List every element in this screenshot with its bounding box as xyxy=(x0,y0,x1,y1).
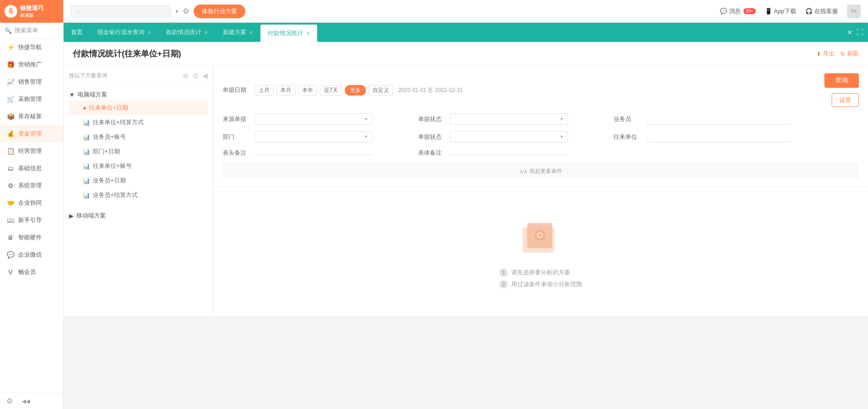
sidebar-item-sales[interactable]: 📈 销售管理 xyxy=(0,73,63,91)
sidebar-item-enterprise[interactable]: 🤝 企业协同 xyxy=(0,194,63,212)
date-this-year-btn[interactable]: 本年 xyxy=(298,85,317,96)
left-panel-title: 按以下方案查询 xyxy=(69,72,107,80)
tab-expand-btn[interactable]: ⛶ xyxy=(856,28,863,36)
sidebar-item-hardware[interactable]: 🖥 智能硬件 xyxy=(0,229,63,246)
sidebar-search[interactable]: 🔍 搜索菜单 xyxy=(0,23,63,39)
sidebar-item-capital[interactable]: 💰 资金管理 xyxy=(0,125,63,142)
address-text: ··· xyxy=(76,8,80,15)
scheme-item-label: 往来单位+账号 xyxy=(93,162,132,170)
scheme-item-staff-settle[interactable]: 📊 业务员+结算方式 xyxy=(69,188,208,202)
date-last-month-btn[interactable]: 上月 xyxy=(254,85,274,96)
body-note-input[interactable] xyxy=(450,151,568,155)
section-expand-icon: ▼ xyxy=(69,91,75,98)
sidebar-collapse-icon[interactable]: ◀◀ xyxy=(22,398,30,404)
sidebar-item-purchase[interactable]: 🛒 采购管理 xyxy=(0,91,63,108)
sidebar-item-wechat[interactable]: 💬 企业微信 xyxy=(0,246,63,263)
add-scheme-icon[interactable]: ⊕ xyxy=(183,71,189,80)
sidebar-item-member[interactable]: V 畅会员 xyxy=(0,263,63,281)
date-this-month-btn[interactable]: 本月 xyxy=(276,85,295,96)
content-area: 按以下方案查询 ⊕ ⚙ ◀ ▼ 电脑端方案 ● 往来单位+日期 xyxy=(64,66,868,316)
sidebar-item-guide[interactable]: 📖 新手引导 xyxy=(0,212,63,229)
desktop-schemes-section: ▼ 电脑端方案 ● 往来单位+日期 📊 往来单位+结算方式 📊 xyxy=(64,85,213,206)
desktop-section-title[interactable]: ▼ 电脑端方案 xyxy=(69,89,208,101)
topbar: ··· ▾ ⚙ 体验行业方案 💬 消息 99+ 📱 App下载 🎧 在线客服 R… xyxy=(64,0,868,23)
sidebar-item-label: 营销推广 xyxy=(18,61,42,69)
export-btn[interactable]: ⬆ 导出 xyxy=(816,50,835,58)
guide-icon: 📖 xyxy=(6,217,15,224)
sales-icon: 📈 xyxy=(6,78,15,86)
address-chevron-icon[interactable]: ▾ xyxy=(175,8,178,15)
scheme-item-label: 往来单位+日期 xyxy=(89,104,128,112)
date-range-display: 2022-01-01 至 2022-12-31 xyxy=(399,86,463,94)
settings-scheme-icon[interactable]: ⚙ xyxy=(192,71,199,80)
staff-input[interactable]: ... xyxy=(645,114,791,125)
app-name: 畅捷通巧 xyxy=(20,4,44,12)
bill-status2-chevron-icon: ▾ xyxy=(560,134,563,140)
collapse-panel-icon[interactable]: ◀ xyxy=(202,71,208,80)
sidebar-item-operation[interactable]: 📋 经营管理 xyxy=(0,142,63,160)
header-note-input[interactable] xyxy=(254,151,373,155)
tab-close-icon[interactable]: ✕ xyxy=(204,30,208,35)
scheme-item-partner-settle[interactable]: 📊 往来单位+结算方式 xyxy=(69,115,208,130)
tabbar: 首页 现金银行流水查询 ✕ 收款情况统计 ✕ 新建方案 ✕ 付款情况统计 ✕ ✕… xyxy=(64,23,868,42)
tab-new-scheme[interactable]: 新建方案 ✕ xyxy=(215,23,260,42)
topbar-right: 💬 消息 99+ 📱 App下载 🎧 在线客服 Rit xyxy=(720,5,861,18)
scheme-item-dept-date[interactable]: 📊 部门+日期 xyxy=(69,144,208,159)
sidebar-item-label: 智能硬件 xyxy=(18,233,42,242)
tab-close-icon[interactable]: ✕ xyxy=(306,30,310,36)
refresh-btn[interactable]: ↻ 刷新 xyxy=(840,50,859,58)
filter-row-4: 表头备注 表体备注 xyxy=(223,149,859,157)
sidebar-item-quick-nav[interactable]: ⚡ 快捷导航 xyxy=(0,39,63,56)
date-more-btn[interactable]: 更多 xyxy=(345,85,366,96)
query-btn[interactable]: 查询 xyxy=(824,73,859,88)
page-header: 付款情况统计(往来单位+日期) ⬆ 导出 ↻ 刷新 xyxy=(64,42,868,66)
mobile-section-title[interactable]: ▶ 移动端方案 xyxy=(69,210,208,222)
source-bill-select[interactable]: ▾ xyxy=(254,113,373,125)
address-bar[interactable]: ··· xyxy=(71,5,171,17)
sidebar-item-system[interactable]: ⚙ 系统管理 xyxy=(0,177,63,194)
app-download-btn[interactable]: 📱 App下载 xyxy=(765,7,796,15)
messages-icon: 💬 xyxy=(720,8,727,15)
section-expand-icon: ▶ xyxy=(69,212,74,219)
sidebar-item-inventory[interactable]: 📦 库存核算 xyxy=(0,108,63,125)
marketing-icon: 🎁 xyxy=(6,61,15,68)
scheme-item-staff-date[interactable]: 📊 业务员+日期 xyxy=(69,173,208,188)
dept-select[interactable]: ▾ xyxy=(254,131,373,142)
sidebar-item-label: 系统管理 xyxy=(18,182,42,190)
staff-dots: ... xyxy=(645,116,650,122)
topbar-settings-icon[interactable]: ⚙ xyxy=(183,7,189,15)
sidebar-settings-icon[interactable]: ⚙ xyxy=(6,397,13,405)
collapse-chevron-icon: ∧∧ xyxy=(519,168,528,175)
tab-close-all-btn[interactable]: ✕ xyxy=(847,28,853,37)
tab-close-icon[interactable]: ✕ xyxy=(147,30,151,35)
date-last-7days-btn[interactable]: 近7天 xyxy=(320,85,342,96)
bill-status-label: 单据状态 xyxy=(418,115,450,123)
partner-input[interactable]: ... xyxy=(645,131,791,142)
enterprise-icon: 🤝 xyxy=(6,199,15,207)
date-custom-btn[interactable]: 自定义 xyxy=(369,85,393,96)
filter-row-3: 部门 ▾ 单据状态 ▾ xyxy=(223,131,859,142)
scheme-item-partner-date[interactable]: ● 往来单位+日期 xyxy=(69,101,208,115)
tab-payment-stats[interactable]: 付款情况统计 ✕ xyxy=(260,25,317,42)
tab-collection-stats[interactable]: 收款情况统计 ✕ xyxy=(159,23,215,42)
sidebar-item-basic[interactable]: 🗂 基础信息 xyxy=(0,160,63,177)
left-panel-header: 按以下方案查询 ⊕ ⚙ ◀ xyxy=(64,71,213,85)
tab-bank-flow[interactable]: 现金银行流水查询 ✕ xyxy=(90,23,159,42)
sidebar-item-label: 资金管理 xyxy=(18,130,42,138)
bill-status-select[interactable]: ▾ xyxy=(450,113,568,125)
user-avatar[interactable]: Rit xyxy=(847,5,861,18)
bill-status2-select[interactable]: ▾ xyxy=(450,131,568,142)
scheme-item-staff-account[interactable]: 📊 业务员+账号 xyxy=(69,130,208,144)
tab-home[interactable]: 首页 xyxy=(64,23,90,42)
collapse-btn[interactable]: ∧∧ 收起更多条件 xyxy=(223,163,859,179)
tab-close-icon[interactable]: ✕ xyxy=(249,30,253,35)
operation-icon: 📋 xyxy=(6,147,15,155)
trial-btn[interactable]: 体验行业方案 xyxy=(194,5,245,18)
left-panel: 按以下方案查询 ⊕ ⚙ ◀ ▼ 电脑端方案 ● 往来单位+日期 xyxy=(64,66,214,316)
settings-btn[interactable]: 设置 xyxy=(832,93,859,107)
online-service-btn[interactable]: 🎧 在线客服 xyxy=(805,7,838,15)
sidebar-item-marketing[interactable]: 🎁 营销推广 xyxy=(0,56,63,73)
messages-btn[interactable]: 💬 消息 99+ xyxy=(720,7,756,15)
dept-chevron-icon: ▾ xyxy=(365,134,368,140)
scheme-item-partner-account[interactable]: 📊 往来单位+账号 xyxy=(69,159,208,173)
